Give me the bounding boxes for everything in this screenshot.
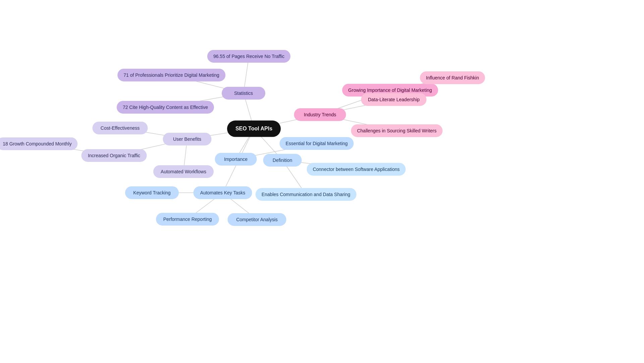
node-71professionals[interactable]: 71 of Professionals Prioritize Digital M…	[117, 69, 225, 81]
node-competitor-analysis[interactable]: Competitor Analysis	[228, 213, 286, 226]
node-user-benefits[interactable]: User Benefits	[163, 133, 212, 145]
node-connector[interactable]: Connector between Software Applications	[307, 163, 406, 176]
node-importance[interactable]: Importance	[215, 153, 257, 166]
node-industry-trends[interactable]: Industry Trends	[294, 108, 346, 121]
node-automates-key[interactable]: Automates Key Tasks	[194, 186, 252, 199]
node-influence-rand[interactable]: Influence of Rand Fishkin	[420, 71, 485, 84]
node-96pages[interactable]: 96.55 of Pages Receive No Traffic	[207, 50, 290, 63]
node-essential[interactable]: Essential for Digital Marketing	[279, 137, 354, 150]
node-data-literate[interactable]: Data-Literate Leadership	[361, 93, 427, 106]
node-automated-workflows[interactable]: Automated Workflows	[153, 165, 214, 178]
node-cost-effectiveness[interactable]: Cost-Effectiveness	[93, 122, 148, 134]
node-challenges-sourcing[interactable]: Challenges in Sourcing Skilled Writers	[351, 124, 442, 137]
node-performance-reporting[interactable]: Performance Reporting	[156, 213, 219, 226]
center-node[interactable]: SEO Tool APIs	[227, 121, 281, 137]
node-definition[interactable]: Definition	[263, 154, 302, 167]
node-increased-organic[interactable]: Increased Organic Traffic	[82, 149, 147, 162]
mind-map: SEO Tool APIsStatistics96.55 of Pages Re…	[0, 0, 644, 363]
connections-svg	[0, 0, 644, 363]
node-statistics[interactable]: Statistics	[222, 87, 265, 100]
node-enables-communication[interactable]: Enables Communication and Data Sharing	[256, 188, 357, 201]
node-72cite[interactable]: 72 Cite High-Quality Content as Effectiv…	[117, 101, 214, 114]
node-keyword-tracking[interactable]: Keyword Tracking	[125, 186, 179, 199]
node-18growth[interactable]: 18 Growth Compounded Monthly	[0, 137, 78, 150]
